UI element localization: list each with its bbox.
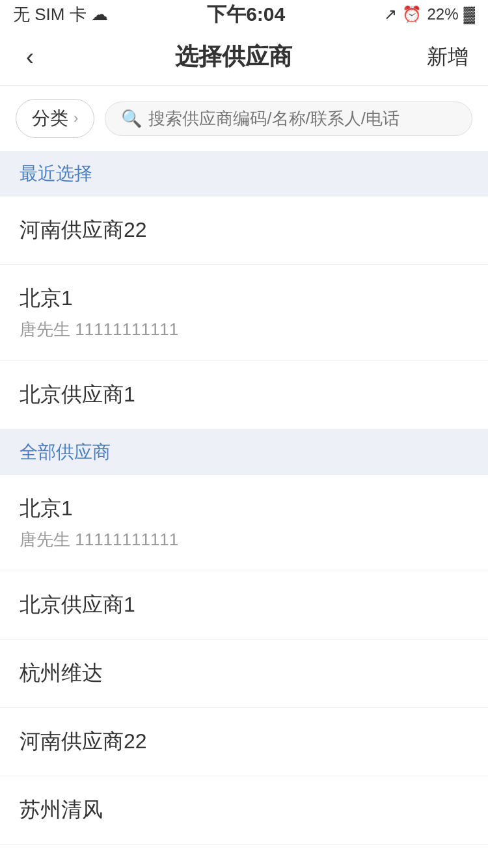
- item-name: 北京供应商1: [20, 381, 468, 409]
- battery-icon: ▓: [464, 5, 476, 23]
- filter-row: 分类 › 🔍: [0, 86, 488, 151]
- item-name: 河南供应商22: [20, 727, 468, 756]
- recent-section-header: 最近选择: [0, 151, 488, 197]
- nav-bar: ‹ 选择供应商 新增: [0, 29, 488, 86]
- item-name: 杭州维达: [20, 659, 468, 688]
- recent-list: 河南供应商22北京1唐先生 11111111111北京供应商1: [0, 197, 488, 429]
- recent-label: 最近选择: [20, 163, 92, 183]
- item-name: 北京1: [20, 495, 468, 523]
- list-item[interactable]: 河南供应商22: [0, 197, 488, 265]
- all-label: 全部供应商: [20, 442, 111, 462]
- item-name: 苏州清风: [20, 796, 468, 824]
- all-list: 北京1唐先生 11111111111北京供应商1杭州维达河南供应商22苏州清风: [0, 475, 488, 845]
- item-name: 北京1: [20, 284, 468, 313]
- status-bar: 无 SIM 卡 ☁ 下午6:04 ↗ ⏰ 22% ▓: [0, 0, 488, 29]
- item-name: 北京供应商1: [20, 591, 468, 619]
- status-right: ↗ ⏰ 22% ▓: [384, 5, 475, 23]
- status-time: 下午6:04: [207, 1, 285, 28]
- page-title: 选择供应商: [175, 41, 292, 73]
- all-section-header: 全部供应商: [0, 429, 488, 475]
- item-sub: 唐先生 11111111111: [20, 318, 468, 341]
- search-box[interactable]: 🔍: [105, 102, 472, 136]
- list-item[interactable]: 北京供应商1: [0, 361, 488, 429]
- category-button[interactable]: 分类 ›: [16, 99, 94, 138]
- no-sim-label: 无 SIM 卡 ☁: [13, 3, 108, 26]
- list-item[interactable]: 北京供应商1: [0, 571, 488, 640]
- back-button[interactable]: ‹: [20, 37, 40, 77]
- list-item[interactable]: 北京1唐先生 11111111111: [0, 265, 488, 361]
- battery-label: 22%: [427, 5, 458, 23]
- list-item[interactable]: 北京1唐先生 11111111111: [0, 475, 488, 571]
- add-button[interactable]: 新增: [427, 43, 468, 72]
- item-sub: 唐先生 11111111111: [20, 528, 468, 551]
- category-label: 分类: [32, 106, 68, 131]
- list-item[interactable]: 杭州维达: [0, 640, 488, 708]
- item-name: 河南供应商22: [20, 216, 468, 245]
- list-item[interactable]: 河南供应商22: [0, 708, 488, 776]
- list-item[interactable]: 苏州清风: [0, 776, 488, 845]
- status-left: 无 SIM 卡 ☁: [13, 3, 108, 26]
- search-input[interactable]: [148, 109, 456, 129]
- alarm-icon: ⏰: [402, 5, 422, 23]
- location-icon: ↗: [384, 5, 397, 23]
- chevron-icon: ›: [74, 110, 78, 127]
- search-icon: 🔍: [121, 109, 142, 129]
